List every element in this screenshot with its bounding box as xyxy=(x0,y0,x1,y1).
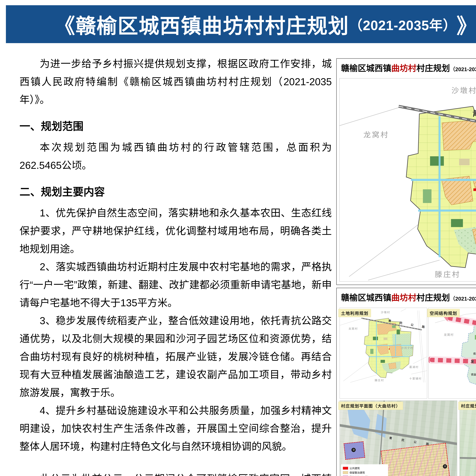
panel1-title-year: （2021-2035年） xyxy=(450,66,476,72)
plan-map-legend-swatch xyxy=(343,471,348,474)
mapxi-aerial: 八斗公路 ❶ ❷ ❸ ❹ ❺ ❻ xyxy=(460,401,476,476)
section1-body: 本次规划范围为城西镇曲坊村的行政管辖范围，总面积为262.5465公顷。 xyxy=(19,138,332,174)
mapxi-tag: 村庄规划平面图（西曲坊、东曲坊村） xyxy=(459,402,476,410)
panel1-title: 赣榆区城西镇曲坊村村庄规划（2021-2035年） xyxy=(341,61,476,73)
announcement-body: 为进一步给予乡村振兴提供规划支撑，根据区政府工作安排，城西镇人民政府特编制《赣榆… xyxy=(19,55,332,476)
section2-items: 1、优先保护自然生态空间，落实耕地和永久基本农田、生态红线保护要求，严守耕地保护… xyxy=(19,204,332,455)
panel1-title-part1: 赣榆区城西镇 xyxy=(341,64,391,73)
mapda-legend-box: 公共建筑保留整治建筑翻建建筑（二层）产业用地水域规划道路规划范围 ① 居家养老活… xyxy=(341,464,388,476)
plan-map-legend-entry: 翻建建筑（二层） xyxy=(343,475,386,476)
mapxi-fields xyxy=(460,401,476,476)
list-item: 2、落实城西镇曲坊村近期村庄发展中农村宅基地的需求，严格执行“一户一宅”政策，新… xyxy=(19,258,332,312)
panel2-title-village: 曲坊村 xyxy=(391,293,416,302)
landuse-map-large: 风玫瑰与比例尺 N xyxy=(340,78,476,282)
zone-agri-3: 农业片区 xyxy=(471,373,476,376)
plan-map-xiqufang: 八斗公路 ❶ ❷ ❸ ❹ ❺ ❻ 公共建筑保留整治建筑翻建建筑（二层）新建建筑规… xyxy=(459,401,476,476)
panel2-title-part1: 赣榆区城西镇 xyxy=(341,293,391,302)
section2-heading: 二、规划主要内容 xyxy=(19,183,332,199)
landuse-tile-svg xyxy=(340,308,427,383)
panel-detail-plan: 赣榆区城西镇曲坊村村庄规划（2021-2035年） 村庄规划公开示意图 土地利用… xyxy=(336,288,476,476)
panel2-title: 赣榆区城西镇曲坊村村庄规划（2021-2035年） xyxy=(341,291,476,303)
panel2-title-year: （2021-2035年） xyxy=(450,296,476,302)
announcement-poster: 《赣榆区城西镇曲坊村村庄规划（2021-2035年）》（报批前）公示 为进一步给… xyxy=(0,0,476,476)
plan-map-legend-entry: 保留整治建筑 xyxy=(343,471,386,474)
mapda-legend-rows: 公共建筑保留整治建筑翻建建筑（二层）产业用地水域规划道路规划范围 xyxy=(343,466,386,476)
section1-heading: 一、规划范围 xyxy=(19,118,332,133)
banner: 《赣榆区城西镇曲坊村村庄规划（2021-2035年）》（报批前）公示 xyxy=(6,5,476,43)
landuse-map-svg xyxy=(340,78,476,281)
list-item: 1、优先保护自然生态空间，落实耕地和永久基本农田、生态红线保护要求，严守耕地保护… xyxy=(19,204,332,258)
plan-map-daqufang: 青 抗 公 路 八斗公路 ③ ② ① 公共建筑保留整治建筑翻建建筑（二层）产业用… xyxy=(340,401,457,476)
banner-title-main: 《赣榆区城西镇曲坊村村庄规划 xyxy=(54,9,349,39)
structure-tag: 空间结构规划 xyxy=(427,309,460,317)
zone-agri-2: 农业片区 xyxy=(473,352,476,356)
plan-map-legend-swatch xyxy=(343,467,348,470)
structure-neighbor-2: 龙窝村 xyxy=(444,332,454,337)
notice-paragraph: 此公示为批前公示，公示期间公众可到赣榆区政府官网、城西镇人民政府、曲坊村公示栏查… xyxy=(19,470,332,476)
landuse-tag: 土地利用规划 xyxy=(339,309,371,317)
panel2-title-part2: 村庄规划 xyxy=(416,293,450,302)
banner-title-year: （2021-2035年） xyxy=(349,14,457,34)
panel1-title-village: 曲坊村 xyxy=(391,64,416,73)
intro-paragraph: 为进一步给予乡村振兴提供规划支撑，根据区政府工作安排，城西镇人民政府特编制《赣榆… xyxy=(19,55,332,109)
plan-map-legend-label: 保留整治建筑 xyxy=(349,471,365,474)
panel-overall-plan: 赣榆区城西镇曲坊村村庄规划（2021-2035年） 村庄规划公开示意图 风玫瑰与… xyxy=(336,58,476,285)
mapda-marker-3: ③ xyxy=(352,448,356,452)
structure-tile: 发展主轴 发展主轴 产业互动带 八斗公路 大曲坊居住片区 西曲坊居住片区 东曲坊… xyxy=(428,308,476,399)
mapda-tag: 村庄规划平面图（大曲坊村） xyxy=(339,402,403,410)
plan-map-legend-label: 公共建筑 xyxy=(349,466,360,470)
list-item: 3、稳步发展传统稻麦产业，整合低效建设用地，依托青抗公路交通优势，以及北侧大规模… xyxy=(19,312,332,401)
panel1-title-part2: 村庄规划 xyxy=(416,64,450,73)
plan-map-legend-swatch xyxy=(343,476,348,476)
axis2-label: 发展主轴 xyxy=(471,359,476,365)
plan-map-legend-entry: 公共建筑 xyxy=(343,466,386,470)
banner-title-tail: 》（报批前）公示 xyxy=(457,9,476,39)
landuse-tile xyxy=(340,308,427,399)
plan-map-legend-label: 翻建建筑（二层） xyxy=(349,475,370,476)
list-item: 4、提升乡村基础设施建设水平和公共服务质量，加强乡村精神文明建设，加快农村生产生… xyxy=(19,402,332,456)
mapda-marker-2: ② xyxy=(443,464,447,468)
